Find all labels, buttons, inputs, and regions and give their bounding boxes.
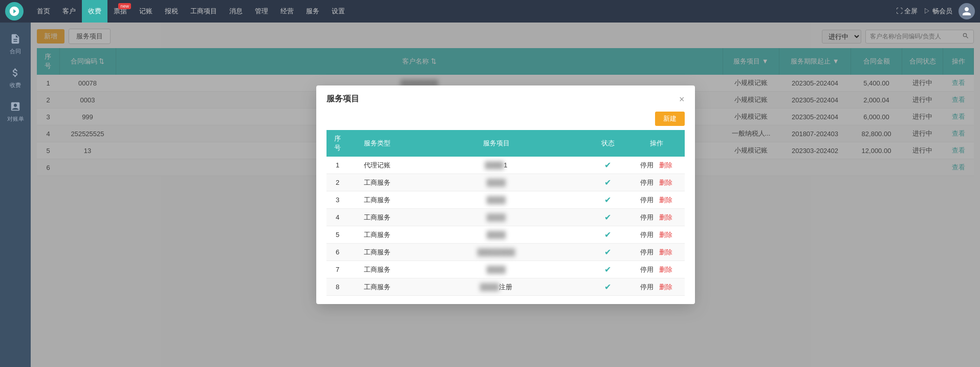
nav-bookkeeping[interactable]: 记账 bbox=[133, 0, 159, 23]
delete-button[interactable]: 删除 bbox=[659, 248, 672, 256]
nav-industry[interactable]: 工商项目 bbox=[184, 0, 223, 23]
delete-button[interactable]: 删除 bbox=[659, 196, 672, 204]
modal-table-row: 6 工商服务 ████████ ✔ 停用 删除 bbox=[326, 244, 685, 261]
contract-icon bbox=[8, 32, 23, 46]
status-check-icon: ✔ bbox=[604, 178, 611, 187]
sidebar-item-reconcile[interactable]: 对账单 bbox=[0, 95, 31, 127]
status-check-icon: ✔ bbox=[604, 283, 611, 291]
nav-right: ⛶ 全屏 ▷ 畅会员 bbox=[896, 3, 975, 19]
modal-title: 服务项目 bbox=[326, 94, 359, 104]
modal-table-row: 2 工商服务 ████ ✔ 停用 删除 bbox=[326, 174, 685, 191]
status-check-icon: ✔ bbox=[604, 248, 611, 256]
stop-button[interactable]: 停用 bbox=[640, 161, 654, 169]
modal-scroll-wrap: 序号 服务类型 服务项目 状态 操作 1 代理记账 bbox=[326, 130, 685, 296]
fee-icon bbox=[8, 66, 23, 80]
modal-col-status: 状态 bbox=[587, 130, 628, 157]
sidebar-item-contract[interactable]: 合同 bbox=[0, 28, 31, 59]
stop-button[interactable]: 停用 bbox=[640, 231, 654, 239]
stop-button[interactable]: 停用 bbox=[640, 266, 654, 273]
modal-table-row: 3 工商服务 ████ ✔ 停用 删除 bbox=[326, 191, 685, 209]
stop-button[interactable]: 停用 bbox=[640, 179, 654, 186]
stop-button[interactable]: 停用 bbox=[640, 196, 654, 204]
nav-message[interactable]: 消息 bbox=[223, 0, 249, 23]
status-check-icon: ✔ bbox=[604, 265, 611, 274]
modal-col-action: 操作 bbox=[628, 130, 685, 157]
delete-button[interactable]: 删除 bbox=[659, 213, 672, 221]
status-check-icon: ✔ bbox=[604, 230, 611, 239]
delete-button[interactable]: 删除 bbox=[659, 283, 672, 291]
delete-button[interactable]: 删除 bbox=[659, 231, 672, 239]
modal-new-button[interactable]: 新建 bbox=[655, 112, 685, 126]
delete-button[interactable]: 删除 bbox=[659, 179, 672, 186]
modal-col-project: 服务项目 bbox=[405, 130, 587, 157]
delete-button[interactable]: 删除 bbox=[659, 161, 672, 169]
stop-button[interactable]: 停用 bbox=[640, 248, 654, 256]
modal-table-row: 1 代理记账 ████1 ✔ 停用 删除 bbox=[326, 157, 685, 174]
fullscreen-btn[interactable]: ⛶ 全屏 bbox=[896, 7, 918, 16]
modal-overlay: 服务项目 × 新建 序号 服务类型 服务项目 bbox=[31, 23, 980, 367]
modal-header: 服务项目 × bbox=[316, 85, 695, 109]
modal-col-type: 服务类型 bbox=[349, 130, 405, 157]
service-project-modal: 服务项目 × 新建 序号 服务类型 服务项目 bbox=[316, 85, 695, 304]
nav-customer[interactable]: 客户 bbox=[56, 0, 82, 23]
nav-manage[interactable]: 管理 bbox=[249, 0, 274, 23]
sidebar-item-fee[interactable]: 收费 bbox=[0, 61, 31, 93]
nav-settings[interactable]: 设置 bbox=[325, 0, 351, 23]
nav-invoice[interactable]: 票据 new bbox=[107, 0, 133, 23]
modal-close-button[interactable]: × bbox=[679, 95, 685, 104]
avatar[interactable] bbox=[959, 3, 975, 19]
main-layout: 合同 收费 对账单 新增 服务项目 进行中 全部 已终止 bbox=[0, 23, 980, 367]
status-check-icon: ✔ bbox=[604, 196, 611, 204]
vip-btn[interactable]: ▷ 畅会员 bbox=[924, 7, 952, 16]
sidebar: 合同 收费 对账单 bbox=[0, 23, 31, 367]
modal-table-row: 5 工商服务 ████ ✔ 停用 删除 bbox=[326, 226, 685, 244]
stop-button[interactable]: 停用 bbox=[640, 213, 654, 221]
top-nav: 首页 客户 收费 票据 new 记账 报税 工商项目 消息 管理 经营 服务 设… bbox=[0, 0, 980, 23]
modal-table-row: 4 工商服务 ████ ✔ 停用 删除 bbox=[326, 209, 685, 226]
modal-table-row: 7 工商服务 ████ ✔ 停用 删除 bbox=[326, 261, 685, 278]
nav-business[interactable]: 经营 bbox=[274, 0, 300, 23]
new-badge: new bbox=[118, 3, 131, 9]
content-area: 新增 服务项目 进行中 全部 已终止 序号 bbox=[31, 23, 980, 367]
modal-col-num: 序号 bbox=[326, 130, 349, 157]
delete-button[interactable]: 删除 bbox=[659, 266, 672, 273]
nav-fee[interactable]: 收费 bbox=[82, 0, 107, 23]
nav-home[interactable]: 首页 bbox=[31, 0, 56, 23]
nav-service[interactable]: 服务 bbox=[300, 0, 325, 23]
modal-toolbar: 新建 bbox=[316, 109, 695, 130]
status-check-icon: ✔ bbox=[604, 161, 611, 169]
stop-button[interactable]: 停用 bbox=[640, 283, 654, 291]
modal-table-row: 8 工商服务 ████注册 ✔ 停用 删除 bbox=[326, 278, 685, 296]
modal-body: 序号 服务类型 服务项目 状态 操作 1 代理记账 bbox=[316, 130, 695, 304]
reconcile-icon bbox=[8, 99, 23, 114]
app-logo[interactable] bbox=[5, 2, 24, 20]
modal-table: 序号 服务类型 服务项目 状态 操作 1 代理记账 bbox=[326, 130, 685, 296]
nav-tax[interactable]: 报税 bbox=[159, 0, 184, 23]
status-check-icon: ✔ bbox=[604, 213, 611, 222]
